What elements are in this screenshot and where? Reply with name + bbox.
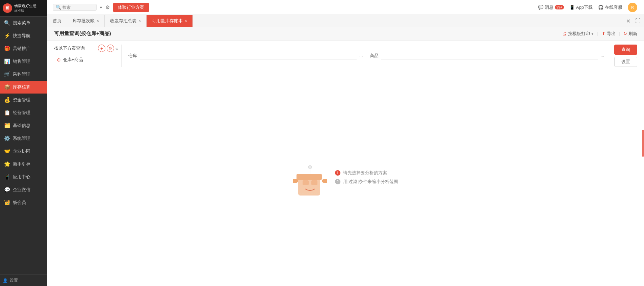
- main-area: 🔍 ▾ ⚙ 体验行业方案 💬 消息 99+ 📱 App下载 🎧 在线客服 R: [47, 0, 644, 286]
- topbar: 🔍 ▾ ⚙ 体验行业方案 💬 消息 99+ 📱 App下载 🎧 在线客服 R: [47, 0, 644, 15]
- scheme-panel-header: 按以下方案查询 + ⚙ «: [54, 45, 118, 52]
- settings-button[interactable]: 设置: [614, 57, 637, 67]
- online-service-item[interactable]: 🎧 在线客服: [598, 4, 622, 10]
- tab-stock-summary-close[interactable]: ×: [138, 19, 141, 23]
- tabbar-expand-icon[interactable]: ⛶: [635, 18, 641, 24]
- app-download-item[interactable]: 📱 App下载: [569, 4, 593, 10]
- sidebar-item-search[interactable]: 🔍搜索菜单: [0, 17, 47, 29]
- sidebar-item-finance[interactable]: 💰资金管理: [0, 94, 47, 106]
- refresh-button[interactable]: ↻ 刷新: [623, 31, 637, 37]
- empty-svg: [293, 162, 327, 199]
- tab-home[interactable]: 首页: [47, 15, 67, 27]
- goods-more-btn[interactable]: ···: [600, 53, 604, 58]
- svg-rect-4: [293, 179, 298, 183]
- query-button[interactable]: 查询: [614, 45, 637, 55]
- sidebar-icon-wechat: 💬: [4, 187, 10, 193]
- refresh-label: 刷新: [628, 31, 637, 37]
- warehouse-more-btn[interactable]: ···: [359, 53, 363, 58]
- tabbar-close-right-icon[interactable]: ✕: [626, 18, 630, 24]
- sidebar-item-sales[interactable]: 📊销售管理: [0, 55, 47, 68]
- sidebar-label-apps: 应用中心: [13, 174, 30, 180]
- topbar-search-wrap[interactable]: 🔍: [53, 4, 97, 11]
- export-icon: ⬆: [602, 31, 606, 36]
- sidebar-label-newbie: 新手引导: [13, 161, 30, 167]
- scheme-add-btn[interactable]: +: [98, 45, 105, 52]
- export-button[interactable]: ⬆ 导出: [602, 31, 616, 37]
- sidebar-item-shortcut[interactable]: ⚡快捷导航: [0, 29, 47, 42]
- topbar-right: 💬 消息 99+ 📱 App下载 🎧 在线客服 R: [538, 3, 639, 12]
- print-button[interactable]: 🖨 按模板打印 ▾: [562, 31, 594, 37]
- search-input[interactable]: [62, 5, 93, 10]
- sidebar-icon-apps: 📱: [4, 174, 10, 180]
- sidebar-item-purchase[interactable]: 🛒采购管理: [0, 68, 47, 81]
- avatar: R: [628, 3, 637, 12]
- goods-field: 商品 ···: [370, 52, 604, 59]
- brand-sub: 标准版: [14, 8, 36, 13]
- sidebar-icon-member: 👑: [4, 200, 10, 206]
- tab-inventory-batch[interactable]: 库存批次账 ×: [67, 15, 105, 27]
- message-icon: 💬: [538, 5, 543, 10]
- sidebar-item-enterprise[interactable]: 🤝企业协同: [0, 145, 47, 158]
- sidebar-item-member[interactable]: 👑畅会员: [0, 196, 47, 209]
- sidebar-icon-marketing: 🎁: [4, 46, 10, 52]
- sidebar-icon-newbie: 🌟: [4, 161, 10, 167]
- sidebar-icon-system: ⚙️: [4, 135, 10, 141]
- service-icon: 🎧: [598, 5, 603, 10]
- print-label: 按模板打印: [568, 31, 590, 37]
- app-icon: 📱: [569, 5, 575, 10]
- warehouse-input[interactable]: [140, 52, 357, 59]
- sidebar-label-operations: 经营管理: [13, 110, 30, 116]
- sidebar-item-basics[interactable]: 🗂️基础信息: [0, 119, 47, 132]
- message-item[interactable]: 💬 消息 99+: [538, 4, 564, 10]
- trial-button[interactable]: 体验行业方案: [113, 3, 149, 12]
- svg-rect-5: [322, 179, 327, 183]
- tab-inventory-batch-close[interactable]: ×: [97, 19, 99, 23]
- tab-stock-summary-label: 收发存汇总表: [110, 18, 136, 24]
- scheme-item-label: 仓库+商品: [63, 57, 83, 63]
- svg-rect-1: [297, 174, 322, 180]
- sidebar-item-wechat[interactable]: 💬企业微信: [0, 183, 47, 196]
- user-icon: 👤: [3, 278, 8, 283]
- goods-input[interactable]: [381, 52, 598, 59]
- sidebar-item-operations[interactable]: 📋经营管理: [0, 106, 47, 119]
- query-btn-wrap: 查询 设置: [611, 45, 637, 67]
- scheme-collapse-btn[interactable]: «: [115, 46, 118, 51]
- filter-row: 仓库 ··· 商品 ··· 查询 设置: [128, 45, 637, 67]
- empty-instructions: 1 请先选择要分析的方案 2 用[过滤]条件来缩小分析范围: [335, 170, 398, 187]
- sidebar-icon-finance: 💰: [4, 97, 10, 103]
- scheme-item-warehouse-goods[interactable]: ⊙ 仓库+商品: [54, 55, 118, 65]
- scheme-item-icon: ⊙: [57, 57, 61, 62]
- warehouse-field: 仓库 ···: [128, 52, 363, 59]
- step1-text: 请先选择要分析的方案: [343, 170, 387, 176]
- sidebar-label-wechat: 企业微信: [13, 187, 30, 193]
- sidebar-icon-enterprise: 🤝: [4, 148, 10, 154]
- gear-icon[interactable]: ⚙: [105, 4, 110, 10]
- sidebar-item-inventory[interactable]: 📦库存核算: [0, 81, 47, 94]
- page-title: 可用量查询(按仓库+商品): [54, 30, 111, 37]
- sidebar-item-newbie[interactable]: 🌟新手引导: [0, 158, 47, 171]
- sidebar-label-finance: 资金管理: [13, 97, 30, 103]
- app-download-label: App下载: [576, 4, 593, 10]
- sidebar-icon-inventory: 📦: [4, 84, 10, 90]
- divider2: |: [619, 31, 620, 36]
- scheme-settings-btn[interactable]: ⚙: [107, 45, 114, 52]
- sidebar-item-system[interactable]: ⚙️系统管理: [0, 132, 47, 145]
- dropdown-icon[interactable]: ▾: [100, 5, 102, 10]
- user-item[interactable]: R: [628, 3, 639, 12]
- step1-num: 1: [335, 170, 340, 176]
- sidebar-icon-basics: 🗂️: [4, 123, 10, 129]
- sidebar-item-apps[interactable]: 📱应用中心: [0, 171, 47, 183]
- sidebar-label-basics: 基础信息: [13, 123, 30, 129]
- sidebar-icon-search: 🔍: [4, 20, 10, 26]
- sidebar-footer[interactable]: 👤 设置: [0, 275, 47, 286]
- tab-available-stock-close[interactable]: ×: [185, 19, 187, 23]
- tab-available-stock[interactable]: 可用量库存账本 ×: [147, 15, 193, 27]
- sidebar-item-marketing[interactable]: 🎁营销推广: [0, 42, 47, 55]
- scheme-panel: 按以下方案查询 + ⚙ « ⊙ 仓库+商品: [54, 45, 122, 67]
- warehouse-label: 仓库: [128, 53, 137, 59]
- sidebar-icon-operations: 📋: [4, 110, 10, 116]
- tab-stock-summary[interactable]: 收发存汇总表 ×: [105, 15, 147, 27]
- sidebar-label-enterprise: 企业协同: [13, 148, 30, 154]
- print-dropdown-icon[interactable]: ▾: [591, 31, 594, 36]
- divider1: |: [597, 31, 598, 36]
